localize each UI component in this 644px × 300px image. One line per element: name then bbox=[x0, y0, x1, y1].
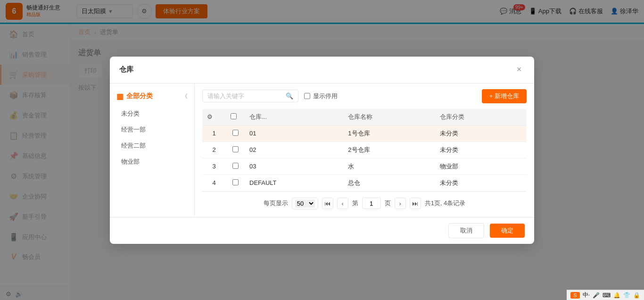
row-num-2: 2 bbox=[202, 142, 226, 158]
modal-search-row: 🔍 显示停用 + 新增仓库 bbox=[202, 89, 527, 103]
show-disabled-label: 显示停用 bbox=[313, 92, 338, 100]
table-row[interactable]: 3 03 水 物业部 bbox=[202, 158, 527, 175]
modal-body: ▦ 全部分类 《 未分类 经营一部 经营二部 物业部 bbox=[110, 83, 534, 217]
per-page-select[interactable]: 50 100 bbox=[295, 200, 315, 208]
page-next-button[interactable]: › bbox=[395, 198, 406, 209]
taskbar: S 中· 🎤 ⌨ 🔔 👕 🔒 bbox=[567, 290, 644, 300]
row-check-4 bbox=[226, 175, 245, 191]
row-code-4: DEFAULT bbox=[245, 175, 343, 191]
row-name-4: 总仓 bbox=[343, 175, 435, 191]
keyboard-icon[interactable]: ⌨ bbox=[603, 292, 611, 299]
row-category-3: 物业部 bbox=[435, 158, 527, 175]
bell-icon[interactable]: 🔔 bbox=[613, 292, 620, 299]
page-label: 第 bbox=[352, 199, 358, 208]
modal-right-panel: 🔍 显示停用 + 新增仓库 bbox=[195, 83, 534, 217]
lock-icon[interactable]: 🔒 bbox=[633, 292, 640, 299]
col-name-label: 仓库名称 bbox=[348, 113, 372, 120]
category-item-property[interactable]: 物业部 bbox=[110, 154, 194, 170]
col-category-label: 仓库分类 bbox=[440, 113, 464, 120]
table-header: ⚙ 仓库... 仓库名称 bbox=[202, 109, 527, 125]
pagination-row: 每页显示 50 100 ⏮ ‹ 第 页 › ⏭ 共1页, 4条记录 bbox=[202, 192, 527, 211]
row-check-1 bbox=[226, 125, 245, 142]
category-item-dept2[interactable]: 经营二部 bbox=[110, 138, 194, 154]
table-row[interactable]: 1 01 1号仓库 未分类 bbox=[202, 125, 527, 142]
row-name-1: 1号仓库 bbox=[343, 125, 435, 142]
show-disabled-checkbox[interactable] bbox=[304, 93, 310, 99]
col-header-name: 仓库名称 bbox=[343, 109, 435, 125]
confirm-button[interactable]: 确定 bbox=[490, 224, 525, 238]
grid-icon: ▦ bbox=[116, 92, 124, 101]
row-checkbox-3[interactable] bbox=[232, 163, 239, 169]
category-item-uncategorized[interactable]: 未分类 bbox=[110, 106, 194, 122]
row-code-3: 03 bbox=[245, 158, 343, 175]
row-check-3 bbox=[226, 158, 245, 175]
all-category-title[interactable]: ▦ 全部分类 bbox=[116, 92, 153, 101]
search-box: 🔍 bbox=[202, 90, 298, 102]
row-category-2: 未分类 bbox=[435, 142, 527, 158]
table-row[interactable]: 2 02 2号仓库 未分类 bbox=[202, 142, 527, 158]
col-header-code: 仓库... bbox=[245, 109, 343, 125]
row-checkbox-1[interactable] bbox=[232, 130, 239, 136]
row-category-4: 未分类 bbox=[435, 175, 527, 191]
category-label-property: 物业部 bbox=[121, 158, 140, 165]
category-item-dept1[interactable]: 经营一部 bbox=[110, 122, 194, 138]
page-last-button[interactable]: ⏭ bbox=[410, 198, 421, 209]
col-header-check bbox=[226, 109, 245, 125]
page-prev-button[interactable]: ‹ bbox=[337, 198, 348, 209]
table-row[interactable]: 4 DEFAULT 总仓 未分类 bbox=[202, 175, 527, 191]
row-checkbox-2[interactable] bbox=[232, 146, 239, 152]
show-disabled-row: 显示停用 bbox=[304, 92, 338, 100]
modal-footer: 取消 确定 bbox=[110, 217, 534, 244]
row-code-2: 02 bbox=[245, 142, 343, 158]
mic-icon[interactable]: 🎤 bbox=[593, 292, 600, 299]
collapse-panel-button[interactable]: 《 bbox=[182, 92, 188, 100]
add-warehouse-button[interactable]: + 新增仓库 bbox=[482, 89, 527, 103]
row-num-4: 4 bbox=[202, 175, 226, 191]
total-label: 共1页, 4条记录 bbox=[425, 199, 466, 208]
modal-category-header: ▦ 全部分类 《 bbox=[110, 89, 194, 106]
taskbar-label: S bbox=[570, 292, 579, 299]
taskbar-lang[interactable]: 中· bbox=[583, 291, 590, 299]
page-number-input[interactable] bbox=[362, 198, 381, 209]
per-page-select-box: 50 100 bbox=[292, 198, 318, 209]
col-header-category: 仓库分类 bbox=[435, 109, 527, 125]
page-first-button[interactable]: ⏮ bbox=[322, 198, 333, 209]
modal-header: 仓库 × bbox=[110, 57, 534, 83]
search-input[interactable] bbox=[207, 92, 283, 100]
modal-overlay: 仓库 × ▦ 全部分类 《 未分类 经营一部 bbox=[0, 0, 644, 300]
cancel-button[interactable]: 取消 bbox=[448, 223, 484, 238]
col-setting-icon: ⚙ bbox=[207, 113, 213, 120]
per-page-label: 每页显示 bbox=[264, 199, 288, 208]
select-all-checkbox[interactable] bbox=[231, 113, 237, 119]
search-icon: 🔍 bbox=[286, 92, 293, 100]
category-label-dept1: 经营一部 bbox=[121, 126, 146, 133]
warehouse-modal: 仓库 × ▦ 全部分类 《 未分类 经营一部 bbox=[110, 57, 534, 244]
category-label-dept2: 经营二部 bbox=[121, 142, 146, 149]
page-suffix: 页 bbox=[385, 199, 391, 208]
all-category-label: 全部分类 bbox=[126, 92, 153, 100]
modal-close-button[interactable]: × bbox=[513, 64, 525, 75]
row-name-2: 2号仓库 bbox=[343, 142, 435, 158]
row-checkbox-4[interactable] bbox=[232, 179, 239, 185]
warehouse-table: ⚙ 仓库... 仓库名称 bbox=[202, 109, 527, 192]
col-code-label: 仓库... bbox=[249, 113, 267, 120]
add-warehouse-label: + 新增仓库 bbox=[489, 92, 519, 100]
modal-title: 仓库 bbox=[119, 65, 133, 74]
table-body: 1 01 1号仓库 未分类 2 bbox=[202, 125, 527, 191]
col-header-setting: ⚙ bbox=[202, 109, 226, 125]
row-check-2 bbox=[226, 142, 245, 158]
tshirt-icon[interactable]: 👕 bbox=[623, 292, 630, 299]
row-num-3: 3 bbox=[202, 158, 226, 175]
row-code-1: 01 bbox=[245, 125, 343, 142]
category-label-uncategorized: 未分类 bbox=[121, 110, 140, 117]
row-num-1: 1 bbox=[202, 125, 226, 142]
row-category-1: 未分类 bbox=[435, 125, 527, 142]
table-container: ⚙ 仓库... 仓库名称 bbox=[202, 109, 527, 192]
row-name-3: 水 bbox=[343, 158, 435, 175]
modal-category-panel: ▦ 全部分类 《 未分类 经营一部 经营二部 物业部 bbox=[110, 83, 195, 217]
